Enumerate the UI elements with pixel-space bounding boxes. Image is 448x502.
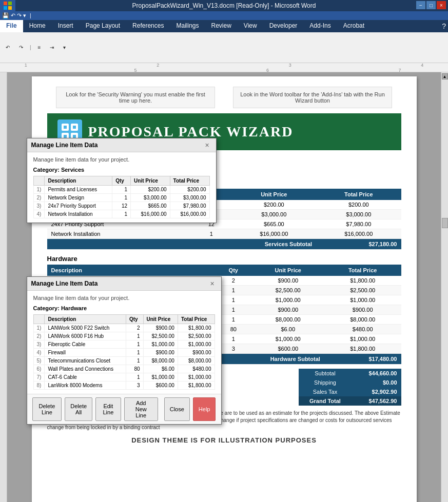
scroll-thumb[interactable] xyxy=(442,218,448,228)
d1-col-total: Total Price xyxy=(170,176,209,186)
dialog-cell: 1 xyxy=(126,357,144,365)
dialog-cell: Network Design xyxy=(45,194,112,202)
save-quick-btn[interactable]: 💾 xyxy=(2,12,9,19)
dialog-cell: CAT-6 Cable xyxy=(45,373,126,381)
dialog-cell: $7,980.00 xyxy=(170,202,209,210)
dialog-services-table: Description Qty Unit Price Total Price 1… xyxy=(33,176,210,218)
maximize-button[interactable]: □ xyxy=(426,1,436,9)
title-text: ProposalPackWizard_Win_V13.docm [Read-On… xyxy=(132,2,316,9)
indent-btn[interactable]: ⇥ xyxy=(47,43,56,52)
table-cell: $16,000.00 xyxy=(232,229,317,239)
table-cell: $2,500.00 xyxy=(252,286,324,295)
delete-line-button[interactable]: Delete Line xyxy=(32,397,62,421)
table-cell: $1,000.00 xyxy=(324,295,401,305)
dialog-cell: LANWork 5000 F22 Switch xyxy=(45,324,126,332)
services-subtotal-label: Services Subtotal xyxy=(47,239,317,250)
dialog-cell: $200.00 xyxy=(170,186,209,194)
undo-ribbon-btn[interactable]: ↶ xyxy=(3,43,12,52)
services-col-total: Total Price xyxy=(316,189,401,200)
delete-all-button[interactable]: Delete All xyxy=(65,397,92,421)
tab-references[interactable]: References xyxy=(126,20,170,32)
services-col-unit: Unit Price xyxy=(232,189,317,200)
tab-mailings[interactable]: Mailings xyxy=(170,20,205,32)
document-scroll[interactable]: Look for the 'Security Warning' you must… xyxy=(7,72,441,502)
dialog-cell: Network Installation xyxy=(45,210,112,218)
tab-page-layout[interactable]: Page Layout xyxy=(80,20,126,32)
redo-ribbon-btn[interactable]: ↷ xyxy=(16,43,26,52)
dialog-cell: Wall Plates and Connections xyxy=(45,365,126,373)
tab-insert[interactable]: Insert xyxy=(52,20,80,32)
svg-rect-9 xyxy=(73,126,76,129)
d2-col-desc: Description xyxy=(45,315,126,324)
dialog-cell: $200.00 xyxy=(131,186,170,194)
hw-col-total: Total Price xyxy=(324,265,401,276)
dialog-cell: 4) xyxy=(33,349,45,357)
dialog-services-titlebar[interactable]: Manage Line Item Data × xyxy=(27,138,216,152)
window-controls[interactable]: − □ × xyxy=(416,1,446,9)
dialog-cell: 80 xyxy=(126,365,144,373)
dialog-cell: 24x7 Priority Support xyxy=(45,202,112,210)
edit-line-button[interactable]: Edit Line xyxy=(95,397,121,421)
undo-quick-btn[interactable]: ↶ xyxy=(11,12,15,19)
dialog-cell: $2,500.00 xyxy=(178,332,215,340)
add-new-line-button[interactable]: Add New Line xyxy=(124,397,158,421)
scroll-up-button[interactable]: ▲ xyxy=(442,73,448,79)
d1-col-desc: Description xyxy=(45,176,112,186)
dialog-hardware-footer: Delete Line Delete All Edit Line Add New… xyxy=(27,394,221,424)
tab-acrobat[interactable]: Acrobat xyxy=(337,20,371,32)
tab-developer[interactable]: Developer xyxy=(263,20,304,32)
services-subtotal-value: $27,180.00 xyxy=(316,239,401,250)
more-ribbon-btn[interactable]: ▾ xyxy=(61,43,68,52)
dialog-cell: $3,000.00 xyxy=(131,194,170,202)
list-item: 8)LanWork 8000 Modems3$600.00$1,800.00 xyxy=(33,381,215,390)
hint-area: Look for the 'Security Warning' you must… xyxy=(47,87,401,108)
dialog-hardware-close-button[interactable]: × xyxy=(208,279,217,288)
minimize-button[interactable]: − xyxy=(416,1,425,9)
dialog-services-close-button[interactable]: × xyxy=(203,140,212,150)
d2-col-total: Total Price xyxy=(178,315,215,324)
customize-label: | xyxy=(30,13,31,18)
table-cell: $1,800.00 xyxy=(324,344,401,354)
tab-view[interactable]: View xyxy=(238,20,263,32)
dialog-cell: $900.00 xyxy=(143,349,178,357)
list-item: 4)Firewall1$900.00$900.00 xyxy=(33,349,215,357)
table-cell: $8,000.00 xyxy=(252,315,324,325)
table-cell: $3,000.00 xyxy=(232,210,317,219)
ruler-scale: 1 2 3 4 5 6 7 xyxy=(2,63,446,73)
right-scrollbar[interactable]: ▲ ▼ xyxy=(441,72,448,502)
close-button[interactable]: × xyxy=(437,1,446,9)
dialog-hardware-titlebar[interactable]: Manage Line Item Data × xyxy=(27,277,221,291)
close-button[interactable]: Close xyxy=(164,397,190,421)
dialog-cell: Fiberoptic Cable xyxy=(45,340,126,349)
dialog-hardware-table: Description Qty Unit Price Total Price 1… xyxy=(33,314,215,390)
more-quick-btn[interactable]: ▾ xyxy=(23,12,26,19)
tab-file[interactable]: File xyxy=(0,20,23,32)
help-icon[interactable]: ? xyxy=(440,20,448,32)
dialog-cell: Firewall xyxy=(45,349,126,357)
tab-review[interactable]: Review xyxy=(205,20,237,32)
dialog-hardware[interactable]: Manage Line Item Data × Manage line item… xyxy=(27,276,222,425)
subtotal-label: Subtotal xyxy=(299,369,352,378)
document-area: Look for the 'Security Warning' you must… xyxy=(0,72,448,502)
grand-total-label: Grand Total xyxy=(299,396,352,406)
list-item: 3)24x7 Priority Support12$665.00$7,980.0… xyxy=(33,202,209,210)
dialog-cell: $600.00 xyxy=(143,381,178,390)
redo-quick-btn[interactable]: ↷ xyxy=(17,12,22,19)
dialog-cell: $16,000.00 xyxy=(131,210,170,218)
dialog-cell: 1 xyxy=(126,373,144,381)
table-cell: $900.00 xyxy=(252,305,324,315)
table-cell: $600.00 xyxy=(252,344,324,354)
tax-label: Sales Tax xyxy=(299,387,352,396)
list-item: 7)CAT-6 Cable1$1,000.00$1,000.00 xyxy=(33,373,215,381)
tab-add-ins[interactable]: Add-Ins xyxy=(303,20,337,32)
help-button[interactable]: Help xyxy=(193,397,216,421)
tab-home[interactable]: Home xyxy=(23,20,52,32)
dialog-hardware-desc: Manage line item data for your project. xyxy=(33,295,215,301)
table-cell: $900.00 xyxy=(252,276,324,286)
dialog-cell: Telecommunications Closet xyxy=(45,357,126,365)
dialog-services[interactable]: Manage Line Item Data × Manage line item… xyxy=(27,138,217,223)
table-cell: $1,800.00 xyxy=(324,276,401,286)
dialog-cell: 2) xyxy=(33,194,45,202)
dialog-cell: LanWork 8000 Modems xyxy=(45,381,126,390)
bullets-btn[interactable]: ≡ xyxy=(35,43,44,52)
